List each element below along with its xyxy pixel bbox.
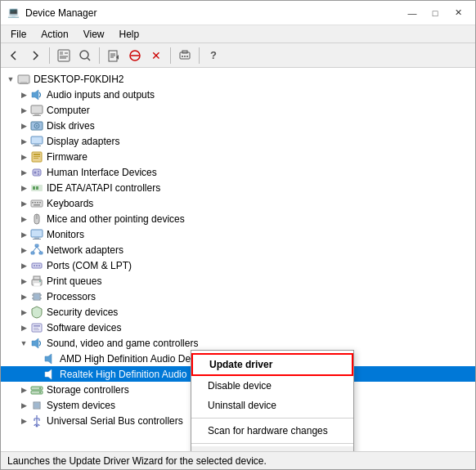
item-label: Processors [47, 291, 96, 302]
svg-marker-76 [32, 338, 38, 348]
context-menu-update-driver[interactable]: Update driver [191, 353, 353, 376]
properties-button[interactable] [54, 46, 74, 65]
ide-icon [30, 181, 43, 195]
toolbar-sep-2 [99, 47, 100, 64]
list-item[interactable]: ▶ Network adapters [1, 242, 475, 257]
context-menu-properties[interactable]: Properties [191, 446, 353, 451]
add-legacy-button[interactable] [175, 46, 195, 65]
forward-button[interactable] [25, 46, 45, 65]
context-menu-sep [191, 418, 353, 419]
status-text: Launches the Update Driver Wizard for th… [7, 455, 267, 467]
expander[interactable]: ▶ [17, 150, 30, 163]
expander[interactable]: ▶ [17, 213, 30, 226]
list-item[interactable]: ▶ Disk drives [1, 118, 475, 133]
svg-line-6 [88, 58, 90, 60]
monitor-icon [30, 228, 43, 241]
expander[interactable]: ▶ [17, 244, 30, 257]
list-item[interactable]: ▶ Keyboards [1, 195, 475, 211]
list-item[interactable]: ▶ Computer [1, 102, 475, 118]
back-button[interactable] [4, 46, 24, 65]
svg-rect-21 [20, 83, 28, 84]
context-menu: Update driver Disable device Uninstall d… [191, 350, 354, 451]
list-item[interactable]: ▶ Software devices [1, 320, 475, 335]
expander[interactable]: ▶ [17, 119, 30, 132]
list-item[interactable]: ▼ Sound, video and game controllers [1, 335, 475, 351]
item-label: Network adapters [47, 244, 123, 256]
svg-rect-33 [34, 154, 40, 155]
expander[interactable]: ▶ [17, 104, 30, 117]
list-item[interactable]: ▶ Mice and other pointing devices [1, 211, 475, 226]
mouse-icon [30, 213, 43, 226]
list-item[interactable]: ▶ Firmware [1, 149, 475, 164]
help-button[interactable]: ? [204, 46, 223, 65]
expander[interactable]: ▶ [17, 135, 30, 148]
item-label: Print queues [47, 275, 101, 287]
disable-button[interactable] [125, 46, 145, 65]
svg-rect-53 [35, 244, 38, 247]
update-driver-button[interactable] [104, 46, 123, 65]
expander[interactable]: ▶ [17, 399, 30, 412]
menu-view[interactable]: View [77, 27, 111, 42]
list-item[interactable]: ▶ Security devices [1, 304, 475, 320]
list-item[interactable]: ▶ Human Interface Devices [1, 164, 475, 180]
list-item[interactable]: ▶ IDE ATA/ATAPI controllers [1, 180, 475, 195]
list-item[interactable]: ▶ Monitors [1, 226, 475, 242]
expander[interactable]: ▼ [17, 337, 30, 350]
sound-icon [30, 337, 43, 350]
root-icon [17, 73, 30, 86]
svg-marker-78 [45, 369, 52, 379]
svg-point-85 [36, 424, 38, 427]
item-label: Realtek High Definition Audio [60, 369, 186, 380]
computer-icon [30, 104, 43, 117]
item-label: IDE ATA/ATAPI controllers [47, 182, 160, 194]
scan-button[interactable] [75, 46, 95, 65]
root-expander[interactable]: ▼ [4, 73, 17, 86]
security-icon [30, 306, 43, 319]
expander[interactable]: ▶ [17, 259, 30, 272]
list-item[interactable]: ▶ Ports (COM & LPT) [1, 257, 475, 273]
list-item[interactable]: ▶ Print queues [1, 273, 475, 289]
svg-point-16 [182, 56, 183, 57]
expander[interactable]: ▶ [17, 197, 30, 210]
list-item[interactable]: ▶ Display adapters [1, 133, 475, 149]
expander[interactable]: ▶ [17, 88, 30, 101]
svg-rect-74 [34, 328, 38, 329]
svg-rect-20 [20, 82, 27, 83]
hid-icon [30, 166, 43, 179]
svg-rect-50 [31, 230, 43, 237]
svg-rect-31 [33, 145, 41, 146]
minimize-button[interactable]: — [402, 5, 423, 21]
maximize-button[interactable]: □ [424, 5, 446, 21]
expander[interactable]: ▶ [17, 414, 30, 427]
expander[interactable]: ▶ [17, 166, 30, 179]
expander[interactable]: ▶ [17, 383, 30, 396]
item-label: Software devices [47, 322, 121, 333]
expander[interactable]: ▶ [17, 321, 30, 334]
expander[interactable]: ▶ [17, 228, 30, 241]
svg-rect-64 [34, 283, 40, 286]
realtek-icon [43, 368, 56, 381]
ports-icon [30, 259, 43, 272]
svg-rect-41 [33, 186, 35, 190]
expander[interactable]: ▶ [17, 181, 30, 195]
status-bar: Launches the Update Driver Wizard for th… [1, 451, 475, 469]
menu-help[interactable]: Help [113, 27, 146, 42]
close-button[interactable]: ✕ [447, 5, 469, 21]
print-icon [30, 275, 43, 288]
item-label: Audio inputs and outputs [47, 89, 155, 101]
list-item[interactable]: ▶ Processors [1, 289, 475, 304]
expander[interactable]: ▶ [17, 290, 30, 303]
menu-file[interactable]: File [4, 27, 33, 42]
uninstall-button[interactable]: ✕ [146, 46, 166, 65]
list-item[interactable]: ▶ Audio inputs and outputs [1, 87, 475, 102]
menu-action[interactable]: Action [34, 27, 74, 42]
tree-root[interactable]: ▼ DESKTOP-F0KDIH2 [1, 71, 475, 87]
expander[interactable]: ▶ [17, 275, 30, 288]
context-menu-disable-device[interactable]: Disable device [191, 376, 353, 396]
context-menu-uninstall-device[interactable]: Uninstall device [191, 396, 353, 415]
item-label: Security devices [47, 307, 118, 318]
context-menu-scan-hardware[interactable]: Scan for hardware changes [191, 421, 353, 441]
audio-icon [30, 88, 43, 101]
amd-audio-icon [43, 352, 56, 365]
expander[interactable]: ▶ [17, 306, 30, 319]
